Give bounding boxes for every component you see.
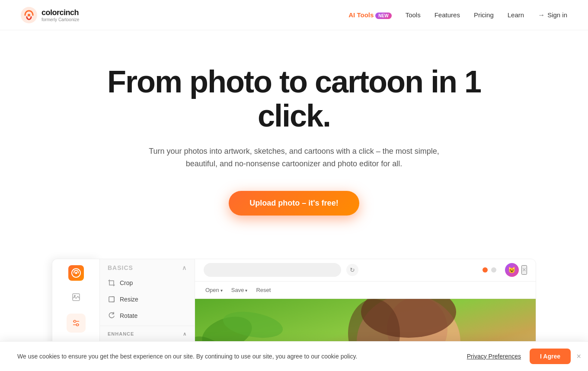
signin-icon: →	[538, 11, 545, 19]
upload-cta-button[interactable]: Upload photo – it's free!	[229, 191, 359, 216]
basics-header: BASICS ∧	[100, 259, 195, 275]
toolbar-dot-2	[491, 267, 496, 273]
basics-label: BASICS	[108, 264, 133, 271]
sidebar-logo-icon	[71, 268, 81, 278]
navbar: colorcinch formerly Cartoonize AI ToolsN…	[0, 0, 588, 30]
hero-subtitle: Turn your photos into artwork, sketches,…	[147, 145, 441, 170]
cookie-actions: Privacy Preferences I Agree	[467, 349, 571, 364]
new-badge: NEW	[375, 13, 391, 19]
logo-icon	[21, 7, 37, 23]
sidebar-adjust-icon[interactable]	[67, 314, 86, 333]
cookie-message: We use cookies to ensure you get the bes…	[17, 353, 467, 360]
tool-crop[interactable]: Crop	[100, 275, 195, 291]
editor-save[interactable]: Save▾	[231, 285, 248, 295]
cookie-banner: We use cookies to ensure you get the bes…	[0, 341, 588, 371]
enhance-collapse-icon[interactable]: ∧	[183, 331, 187, 337]
editor-open[interactable]: Open▾	[205, 285, 223, 295]
nav-ai-tools[interactable]: AI ToolsNEW	[348, 11, 391, 19]
toolbar-close-button[interactable]: ×	[521, 265, 527, 275]
logo[interactable]: colorcinch formerly Cartoonize	[21, 7, 79, 23]
cookie-close-button[interactable]: ×	[576, 352, 581, 361]
tool-rotate[interactable]: Rotate	[100, 308, 195, 324]
svg-point-1	[28, 14, 30, 16]
enhance-label: ENHANCE	[108, 331, 134, 336]
cookie-prefs-link[interactable]: Privacy Preferences	[467, 353, 521, 360]
svg-point-7	[74, 320, 76, 322]
basics-collapse-icon[interactable]: ∧	[182, 264, 187, 271]
hero-section: From photo to cartoon in 1 click. Turn y…	[0, 30, 588, 233]
signin-button[interactable]: → Sign in	[538, 11, 567, 19]
editor-nav: Open▾ Save▾ Reset	[195, 282, 536, 299]
brand-name: colorcinch	[42, 8, 79, 17]
tool-resize[interactable]: Resize	[100, 291, 195, 308]
sidebar-logo[interactable]	[68, 265, 84, 281]
editor-reset[interactable]: Reset	[256, 285, 271, 295]
svg-rect-10	[109, 281, 114, 285]
nav-links: AI ToolsNEW Tools Features Pricing Learn…	[348, 11, 567, 19]
toolbar-reload-button[interactable]: ↻	[346, 264, 358, 276]
crop-icon	[108, 279, 115, 287]
toolbar-search-input[interactable]	[204, 263, 341, 277]
cookie-agree-button[interactable]: I Agree	[530, 349, 571, 364]
nav-learn[interactable]: Learn	[508, 11, 524, 19]
nav-pricing[interactable]: Pricing	[474, 11, 494, 19]
toolbar-dots	[483, 267, 496, 273]
resize-icon	[108, 295, 115, 303]
toolbar-dot-1	[483, 267, 488, 273]
svg-point-3	[75, 272, 77, 274]
nav-features[interactable]: Features	[435, 11, 460, 19]
brand-formerly: formerly Cartoonize	[42, 17, 79, 22]
resize-label: Resize	[120, 296, 138, 303]
rotate-icon	[108, 312, 115, 320]
toolbar-avatar: 😺	[505, 263, 519, 277]
editor-toolbar: ↻ 😺 ×	[195, 259, 536, 282]
rotate-label: Rotate	[120, 312, 137, 319]
hero-title: From photo to cartoon in 1 click.	[99, 65, 489, 133]
sidebar-image-icon[interactable]	[67, 288, 86, 307]
nav-tools[interactable]: Tools	[406, 11, 421, 19]
svg-point-9	[76, 323, 78, 326]
enhance-header: ENHANCE ∧	[100, 326, 195, 340]
svg-rect-11	[109, 297, 114, 302]
crop-label: Crop	[120, 279, 133, 286]
